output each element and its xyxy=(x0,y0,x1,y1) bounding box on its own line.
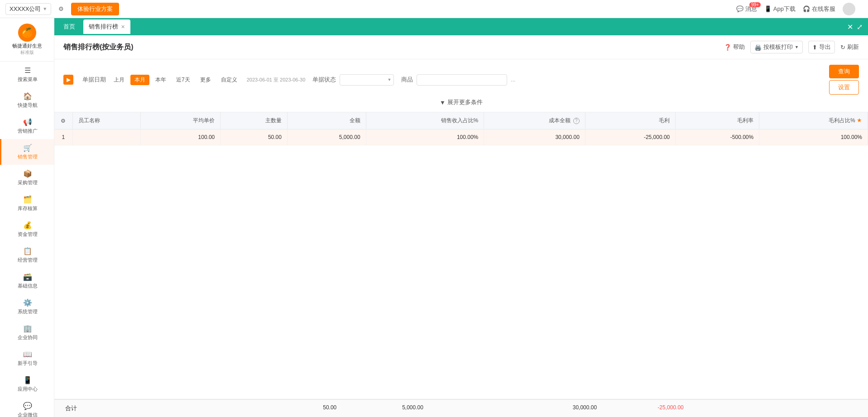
date-btn-7days[interactable]: 近7天 xyxy=(172,75,194,85)
sidebar-label-inventory: 库存核算 xyxy=(18,205,38,212)
help-icon: ❓ xyxy=(724,44,731,51)
download-icon: 📱 xyxy=(764,5,772,12)
sidebar-label-weixin: 企业微信 xyxy=(18,412,38,417)
cell-avg-price: 100.00 xyxy=(140,129,221,145)
refresh-button[interactable]: ↻ 刷新 xyxy=(840,43,859,51)
inventory-icon: 🗂️ xyxy=(23,195,32,204)
online-service-label: 在线客服 xyxy=(812,5,835,13)
sidebar-label-enterprise: 企业协同 xyxy=(18,334,38,341)
date-btn-this-year[interactable]: 本年 xyxy=(151,75,170,85)
cell-amount: 5,000.00 xyxy=(287,129,366,145)
cell-qty: 50.00 xyxy=(221,129,288,145)
cell-rank: 1 xyxy=(54,129,72,145)
filter-settings-button[interactable]: 设置 xyxy=(829,80,859,95)
sidebar-item-weixin[interactable]: 💬 企业微信 xyxy=(0,397,54,417)
col-header-sales-pct: 销售收入占比% xyxy=(366,112,484,129)
footer-profit-pct xyxy=(776,404,863,412)
date-btn-more[interactable]: 更多 xyxy=(196,75,215,85)
footer-qty: 50.00 xyxy=(255,404,342,412)
export-icon: ⬆ xyxy=(812,44,817,51)
sidebar-item-guide[interactable]: 📖 新手引导 xyxy=(0,345,54,371)
settings-icon[interactable]: ⚙ xyxy=(55,3,67,15)
template-print-button[interactable]: 🖨️ 按模板打印 ▼ xyxy=(750,41,803,53)
template-print-label: 按模板打印 xyxy=(763,43,793,51)
basic-info-icon: 🗃️ xyxy=(23,273,32,281)
col-header-avg-price: 平均单价 xyxy=(140,112,221,129)
date-btn-last-month[interactable]: 上月 xyxy=(110,75,129,85)
sidebar-label-marketing: 营销推广 xyxy=(18,128,38,134)
footer-sales-pct xyxy=(429,404,516,412)
help-button[interactable]: ❓ 帮助 xyxy=(724,43,745,51)
sidebar-item-sales[interactable]: 🛒 销售管理 xyxy=(0,139,54,165)
filter-expand-toggle[interactable]: ▶ xyxy=(63,75,73,85)
expand-chevron-icon: ▼ xyxy=(440,99,446,106)
sidebar-label-purchase: 采购管理 xyxy=(18,179,38,186)
enterprise-icon: 🏢 xyxy=(23,324,32,333)
cost-help-icon[interactable]: ? xyxy=(573,118,580,124)
sidebar-label-basic-info: 基础信息 xyxy=(18,283,38,289)
online-service-button[interactable]: 🎧 在线客服 xyxy=(803,5,835,13)
message-badge: 99+ xyxy=(749,2,761,7)
data-table: ⚙ 员工名称 平均单价 主数量 全额 销售收入占比% 成本全额 ? xyxy=(54,112,868,145)
sidebar: 🍊 畅捷通好生意 标准版 ☰ 搜索菜单 🏠 快捷导航 📢 营销推广 🛒 销售管理… xyxy=(0,18,54,417)
col-header-qty: 主数量 xyxy=(221,112,288,129)
sidebar-item-purchase[interactable]: 📦 采购管理 xyxy=(0,165,54,191)
col-header-name: 员工名称 xyxy=(72,112,140,129)
status-select[interactable] xyxy=(340,74,394,86)
tab-home[interactable]: 首页 xyxy=(56,18,82,35)
purchase-icon: 📦 xyxy=(23,169,32,178)
page-content: 销售排行榜(按业务员) ❓ 帮助 🖨️ 按模板打印 ▼ ⬆ 导出 xyxy=(54,35,868,417)
sidebar-item-quick-nav[interactable]: 🏠 快捷导航 xyxy=(0,87,54,113)
footer-amount: 5,000.00 xyxy=(342,404,429,412)
footer-profit-rate xyxy=(689,404,776,412)
app-download-button[interactable]: 📱 App下载 xyxy=(764,5,796,13)
tab-maximize-icon[interactable]: ⤢ xyxy=(857,23,863,31)
col-header-profit-pct: 毛利占比% ★ xyxy=(759,112,868,129)
cell-profit-rate: -500.00% xyxy=(676,129,759,145)
goods-input[interactable] xyxy=(417,74,507,86)
main-layout: 🍊 畅捷通好生意 标准版 ☰ 搜索菜单 🏠 快捷导航 📢 营销推广 🛒 销售管理… xyxy=(0,18,868,417)
tab-close-icon[interactable]: ✕ xyxy=(121,24,125,30)
expand-conditions-button[interactable]: ▼ 展开更多条件 xyxy=(63,98,859,106)
export-label: 导出 xyxy=(819,43,831,51)
status-filter: 单据状态 xyxy=(312,74,394,86)
sidebar-item-inventory[interactable]: 🗂️ 库存核算 xyxy=(0,191,54,216)
sidebar-label-system: 系统管理 xyxy=(18,308,38,315)
filter-row: ▶ 单据日期 上月 本月 本年 近7天 更多 自定义 xyxy=(63,65,859,95)
more-link[interactable]: ... xyxy=(511,77,515,83)
date-filter: 单据日期 上月 本月 本年 近7天 更多 自定义 2023-06-01 至 20… xyxy=(82,75,305,85)
expand-label: 展开更多条件 xyxy=(447,98,483,106)
sidebar-item-search[interactable]: ☰ 搜索菜单 xyxy=(0,62,54,87)
trial-button[interactable]: 体验行业方案 xyxy=(71,3,119,15)
date-btn-custom[interactable]: 自定义 xyxy=(217,75,241,85)
date-filters: 上月 本月 本年 近7天 更多 自定义 xyxy=(110,75,241,85)
sidebar-item-app-center[interactable]: 📱 应用中心 xyxy=(0,371,54,397)
tab-close-all-icon[interactable]: ✕ xyxy=(847,23,853,31)
tab-sales-ranking[interactable]: 销售排行榜 ✕ xyxy=(83,19,130,34)
sidebar-label-guide: 新手引导 xyxy=(18,360,38,367)
company-selector[interactable]: XXXXX公司 ▼ xyxy=(5,3,51,15)
refresh-label: 刷新 xyxy=(847,43,859,51)
goods-filter: 商品 ... xyxy=(401,74,515,86)
sales-icon: 🛒 xyxy=(23,144,32,152)
cell-cost: 30,000.00 xyxy=(484,129,585,145)
cell-profit-pct: 100.00% xyxy=(759,129,868,145)
avatar[interactable] xyxy=(843,3,855,15)
print-icon: 🖨️ xyxy=(754,44,762,51)
search-button[interactable]: 查询 xyxy=(829,65,859,78)
top-bar-right: 💬 消息 99+ 📱 App下载 🎧 在线客服 xyxy=(736,3,863,15)
sidebar-item-operations[interactable]: 📋 经营管理 xyxy=(0,242,54,268)
sidebar-item-marketing[interactable]: 📢 营销推广 xyxy=(0,113,54,139)
footer-cost: 30,000.00 xyxy=(516,404,603,412)
message-icon: 💬 xyxy=(736,5,743,12)
date-btn-this-month[interactable]: 本月 xyxy=(130,75,149,85)
message-button[interactable]: 💬 消息 99+ xyxy=(736,5,757,13)
export-button[interactable]: ⬆ 导出 xyxy=(808,41,835,53)
sidebar-item-finance[interactable]: 💰 资金管理 xyxy=(0,216,54,242)
sidebar-label-search: 搜索菜单 xyxy=(18,76,38,83)
table-header-row: ⚙ 员工名称 平均单价 主数量 全额 销售收入占比% 成本全额 ? xyxy=(54,112,868,129)
sidebar-item-basic-info[interactable]: 🗃️ 基础信息 xyxy=(0,268,54,294)
search-menu-icon: ☰ xyxy=(24,66,31,75)
sidebar-item-enterprise[interactable]: 🏢 企业协同 xyxy=(0,320,54,345)
sidebar-item-system[interactable]: ⚙️ 系统管理 xyxy=(0,294,54,320)
